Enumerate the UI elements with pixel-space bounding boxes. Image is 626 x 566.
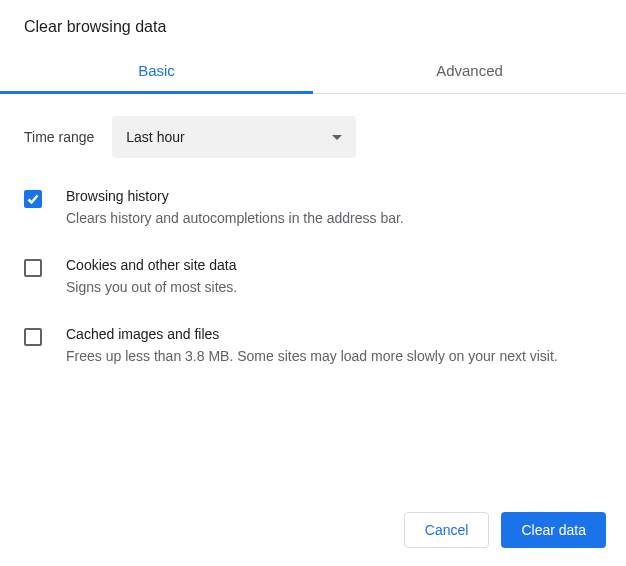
option-title: Browsing history	[66, 188, 404, 204]
option-desc: Clears history and autocompletions in th…	[66, 208, 404, 229]
tab-advanced-label: Advanced	[436, 62, 503, 79]
option-title: Cached images and files	[66, 326, 558, 342]
option-text: Cached images and files Frees up less th…	[66, 326, 558, 367]
cancel-button[interactable]: Cancel	[404, 512, 490, 548]
option-desc: Frees up less than 3.8 MB. Some sites ma…	[66, 346, 558, 367]
dialog-content: Time range Last hour Browsing history Cl…	[0, 94, 626, 496]
clear-browsing-data-dialog: Clear browsing data Basic Advanced Time …	[0, 0, 626, 566]
checkmark-icon	[27, 193, 39, 205]
time-range-value: Last hour	[126, 129, 184, 145]
option-cache: Cached images and files Frees up less th…	[24, 326, 602, 367]
dialog-title: Clear browsing data	[0, 0, 626, 50]
option-title: Cookies and other site data	[66, 257, 237, 273]
chevron-down-icon	[332, 135, 342, 140]
option-desc: Signs you out of most sites.	[66, 277, 237, 298]
clear-data-button-label: Clear data	[521, 522, 586, 538]
tab-advanced[interactable]: Advanced	[313, 50, 626, 93]
option-browsing-history: Browsing history Clears history and auto…	[24, 188, 602, 229]
time-range-label: Time range	[24, 129, 94, 145]
checkbox-cache[interactable]	[24, 328, 42, 346]
checkbox-cookies[interactable]	[24, 259, 42, 277]
time-range-row: Time range Last hour	[24, 116, 602, 158]
option-text: Browsing history Clears history and auto…	[66, 188, 404, 229]
tab-basic[interactable]: Basic	[0, 50, 313, 93]
dialog-footer: Cancel Clear data	[0, 496, 626, 566]
option-text: Cookies and other site data Signs you ou…	[66, 257, 237, 298]
clear-data-button[interactable]: Clear data	[501, 512, 606, 548]
checkbox-browsing-history[interactable]	[24, 190, 42, 208]
tab-basic-label: Basic	[138, 62, 175, 79]
time-range-select[interactable]: Last hour	[112, 116, 356, 158]
cancel-button-label: Cancel	[425, 522, 469, 538]
option-cookies: Cookies and other site data Signs you ou…	[24, 257, 602, 298]
tabs: Basic Advanced	[0, 50, 626, 94]
